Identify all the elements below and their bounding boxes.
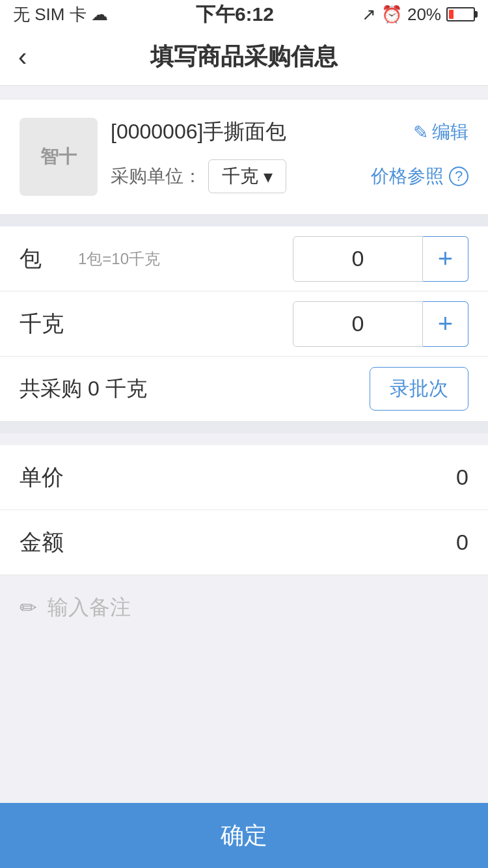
price-section: 单价 0 金额 0	[0, 445, 488, 575]
price-ref-label: 价格参照	[371, 164, 444, 189]
product-name: [0000006]手撕面包	[111, 118, 286, 146]
unit-price-row: 单价 0	[0, 445, 488, 510]
bag-input[interactable]	[293, 236, 423, 282]
divider-2	[0, 422, 488, 433]
status-time: 下午6:12	[196, 1, 274, 28]
amount-label: 金额	[20, 528, 64, 558]
price-ref-button[interactable]: 价格参照 ?	[371, 164, 468, 189]
product-name-row: [0000006]手撕面包 ✎ 编辑	[111, 118, 468, 146]
status-bar: 无 SIM 卡 ☁ 下午6:12 ↗ ⏰ 20%	[0, 0, 488, 29]
input-section: 包 1包=10千克 + 千克 + 共采购 0 千克 录批次	[0, 226, 488, 422]
kg-label: 千克	[20, 309, 72, 339]
battery-fill	[449, 10, 454, 19]
product-image-text: 智十	[40, 144, 77, 169]
bag-label: 包	[20, 244, 72, 274]
bag-sublabel: 1包=10千克	[78, 249, 293, 269]
help-icon: ?	[449, 167, 468, 186]
summary-row: 共采购 0 千克 录批次	[0, 357, 488, 422]
status-left: 无 SIM 卡 ☁	[13, 3, 108, 26]
bag-input-row: 包 1包=10千克 +	[0, 226, 488, 292]
batch-button[interactable]: 录批次	[370, 367, 468, 411]
unit-dropdown[interactable]: 千克 ▾	[208, 159, 286, 193]
bag-plus-button[interactable]: +	[423, 236, 468, 282]
edit-button[interactable]: ✎ 编辑	[413, 120, 468, 144]
page-title: 填写商品采购信息	[150, 41, 338, 73]
kg-input-row: 千克 +	[0, 292, 488, 357]
location-icon: ↗	[362, 5, 376, 25]
battery-percent: 20%	[407, 5, 441, 25]
pencil-icon: ✏	[20, 595, 37, 620]
edit-icon: ✎	[413, 122, 428, 143]
chevron-down-icon: ▾	[264, 166, 273, 187]
product-image: 智十	[20, 118, 98, 196]
alarm-icon: ⏰	[381, 5, 402, 25]
summary-text: 共采购 0 千克	[20, 375, 147, 403]
edit-label: 编辑	[432, 120, 468, 144]
note-placeholder: 输入备注	[47, 593, 131, 622]
purchase-unit-label: 采购单位：	[111, 164, 202, 189]
amount-value: 0	[456, 530, 468, 555]
unit-price-value: 0	[456, 465, 468, 490]
kg-input[interactable]	[293, 301, 423, 347]
back-button[interactable]: ‹	[18, 42, 27, 72]
amount-row: 金额 0	[0, 510, 488, 575]
bag-input-control: +	[293, 236, 468, 282]
note-section[interactable]: ✏ 输入备注	[0, 575, 488, 640]
battery-icon	[446, 7, 475, 21]
unit-value: 千克	[222, 164, 258, 189]
nav-bar: ‹ 填写商品采购信息	[0, 29, 488, 86]
sim-signal: 无 SIM 卡 ☁	[13, 3, 108, 26]
divider-1	[0, 215, 488, 226]
confirm-button[interactable]: 确定	[0, 803, 488, 868]
product-info: [0000006]手撕面包 ✎ 编辑 采购单位： 千克 ▾ 价格参照 ?	[111, 118, 468, 193]
purchase-unit-row: 采购单位： 千克 ▾ 价格参照 ?	[111, 159, 468, 193]
kg-input-control: +	[293, 301, 468, 347]
status-right: ↗ ⏰ 20%	[362, 5, 475, 25]
kg-plus-button[interactable]: +	[423, 301, 468, 347]
unit-price-label: 单价	[20, 463, 64, 493]
product-card: 智十 [0000006]手撕面包 ✎ 编辑 采购单位： 千克 ▾ 价格参照 ?	[0, 99, 488, 215]
